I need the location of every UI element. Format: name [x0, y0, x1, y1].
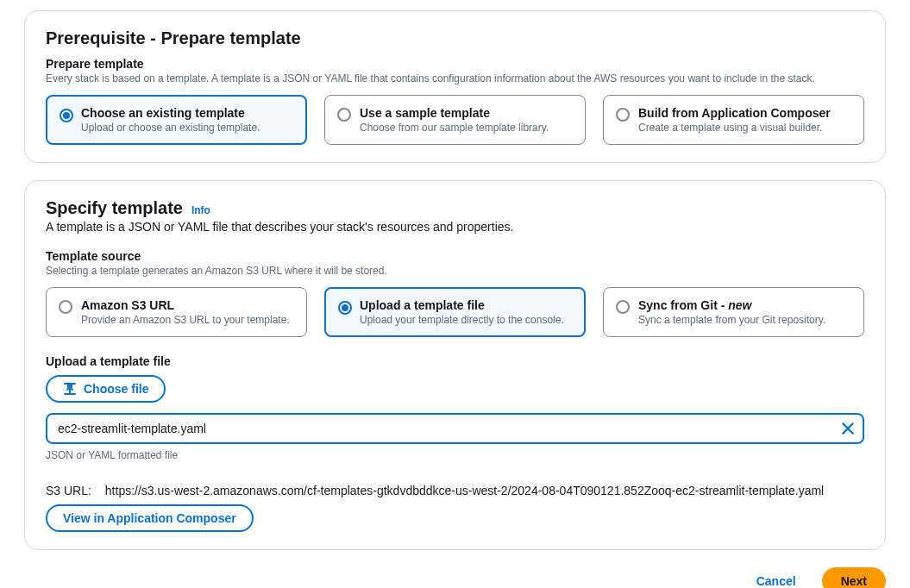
option-desc: Upload your template directly to the con… [360, 314, 573, 326]
option-desc: Upload or choose an existing template. [81, 122, 294, 134]
choose-file-label: Choose file [84, 382, 148, 396]
radio-icon [60, 109, 73, 122]
option-title: Sync from Git - new [638, 298, 851, 312]
template-source-row: Amazon S3 URL Provide an Amazon S3 URL t… [46, 287, 864, 337]
option-desc: Create a template using a visual builder… [638, 122, 851, 134]
s3-url-label: S3 URL: [46, 484, 91, 497]
option-title: Upload a template file [360, 298, 573, 312]
option-title: Amazon S3 URL [81, 298, 294, 312]
prerequisite-title: Prerequisite - Prepare template [46, 28, 864, 48]
prepare-options-row: Choose an existing template Upload or ch… [46, 95, 864, 145]
upload-icon [63, 382, 77, 396]
choose-file-button[interactable]: Choose file [46, 375, 166, 403]
file-hint: JSON or YAML formatted file [46, 449, 864, 461]
specify-template-panel: Specify template Info A template is a JS… [24, 180, 886, 550]
option-desc: Provide an Amazon S3 URL to your templat… [81, 314, 294, 326]
info-link[interactable]: Info [191, 204, 210, 216]
option-app-composer[interactable]: Build from Application Composer Create a… [603, 95, 864, 145]
prerequisite-panel: Prerequisite - Prepare template Prepare … [24, 10, 886, 163]
clear-file-icon[interactable] [840, 421, 856, 436]
option-title: Choose an existing template [81, 106, 294, 120]
radio-icon [616, 300, 630, 314]
option-title: Build from Application Composer [638, 106, 851, 120]
option-title: Use a sample template [360, 106, 573, 120]
radio-icon [59, 300, 72, 314]
source-s3-url[interactable]: Amazon S3 URL Provide an Amazon S3 URL t… [46, 287, 307, 337]
option-title-prefix: Sync from Git - [638, 298, 728, 312]
template-source-desc: Selecting a template generates an Amazon… [46, 265, 864, 277]
specify-title: Specify template [46, 198, 183, 218]
template-source-label: Template source [46, 249, 864, 263]
source-sync-git[interactable]: Sync from Git - new Sync a template from… [603, 287, 864, 337]
view-in-composer-button[interactable]: View in Application Composer [46, 504, 254, 532]
upload-section: Upload a template file Choose file JSON … [46, 354, 864, 461]
s3-url-line: S3 URL: https://s3.us-west-2.amazonaws.c… [46, 484, 864, 497]
specify-desc: A template is a JSON or YAML file that d… [46, 220, 864, 234]
source-upload-file[interactable]: Upload a template file Upload your templ… [324, 287, 586, 337]
s3-url-value: https://s3.us-west-2.amazonaws.com/cf-te… [105, 484, 824, 497]
radio-icon [337, 108, 351, 122]
option-choose-existing[interactable]: Choose an existing template Upload or ch… [46, 95, 307, 145]
radio-icon [338, 301, 352, 315]
file-input-wrap [46, 413, 864, 444]
prepare-template-label: Prepare template [46, 57, 864, 71]
footer-buttons: Cancel Next [24, 567, 886, 588]
upload-section-title: Upload a template file [46, 354, 864, 368]
option-title-suffix: new [728, 298, 751, 312]
prepare-template-desc: Every stack is based on a template. A te… [46, 72, 864, 84]
next-button[interactable]: Next [822, 567, 886, 588]
option-desc: Choose from our sample template library. [360, 122, 573, 134]
option-desc: Sync a template from your Git repository… [638, 314, 851, 326]
radio-icon [616, 108, 630, 122]
file-name-input[interactable] [46, 413, 864, 444]
cancel-button[interactable]: Cancel [741, 567, 812, 588]
option-sample-template[interactable]: Use a sample template Choose from our sa… [324, 95, 586, 145]
